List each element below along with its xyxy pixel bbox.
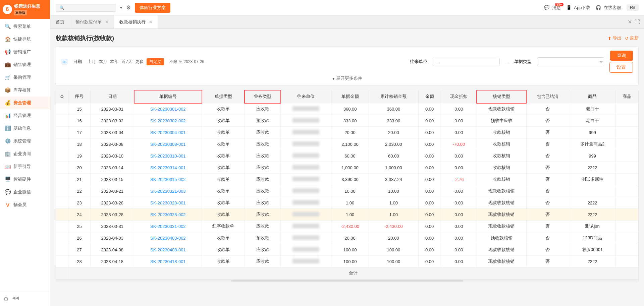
table-cell	[281, 256, 331, 267]
voucher-link[interactable]: SK-20230408-001	[150, 247, 186, 252]
table-cell: 19	[68, 150, 91, 162]
sidebar-item-purchase[interactable]: 🛒 采购管理	[0, 71, 50, 84]
table-cell[interactable]: SK-20230310-001	[134, 150, 202, 162]
dropdown-arrow[interactable]: ▾	[120, 5, 122, 10]
sidebar-item-inventory[interactable]: 📦 库存核算	[0, 84, 50, 97]
sidebar-item-wechat[interactable]: 💬 企业微信	[0, 186, 50, 198]
expand-more-button[interactable]: ▾ 展开更多条件	[332, 75, 362, 81]
table-cell	[616, 244, 638, 256]
voucher-link[interactable]: SK-20230310-001	[150, 154, 186, 159]
tab-receivable-close[interactable]: ✕	[149, 20, 152, 24]
sidebar-item-operations[interactable]: 📊 经营管理	[0, 109, 50, 122]
tab-prepay[interactable]: 预付款应付单 ✕	[70, 15, 114, 28]
enterprise-icon: 🏢	[5, 151, 11, 157]
sidebar-item-system[interactable]: ⚙️ 系统管理	[0, 135, 50, 147]
col-write-off-type: 核销类型	[477, 90, 526, 103]
scrollbar-track	[231, 280, 463, 282]
message-badge[interactable]: 💬 消息 99+	[544, 5, 561, 11]
column-settings-icon[interactable]: ⚙	[60, 94, 64, 99]
voucher-link[interactable]: SK-20230304-001	[150, 130, 186, 135]
table-cell: 否	[526, 232, 569, 244]
voucher-link[interactable]: SK-20230314-001	[150, 165, 186, 170]
filter-date-options: 上月 本月 本年 近7天 更多 自定义	[87, 58, 164, 65]
table-cell[interactable]: SK-20230403-002	[134, 232, 202, 244]
date-opt-last-month[interactable]: 上月	[87, 59, 96, 65]
sidebar-item-finance[interactable]: 💰 资金管理	[0, 97, 50, 109]
table-cell: 100.00	[331, 256, 369, 267]
date-opt-7days[interactable]: 近7天	[121, 59, 132, 65]
user-name[interactable]: Rit	[627, 4, 639, 11]
date-opt-this-month[interactable]: 本月	[99, 59, 107, 65]
table-cell: 360.00	[331, 103, 369, 115]
app-download[interactable]: 📱 App下载	[566, 5, 591, 11]
table-cell[interactable]: SK-20230331-002	[134, 221, 202, 232]
table-cell[interactable]: SK-20230315-002	[134, 174, 202, 185]
solution-button[interactable]: 体验行业方案	[135, 3, 170, 13]
sidebar-item-basic-info[interactable]: ℹ️ 基础信息	[0, 122, 50, 135]
sidebar-item-enterprise[interactable]: 🏢 企业协同	[0, 147, 50, 160]
sidebar-item-search[interactable]: 🔍 搜索菜单	[0, 20, 50, 33]
tab-prepay-close[interactable]: ✕	[105, 20, 108, 24]
filter-area: » 日期 上月 本月 本年 近7天 更多 自定义 不限 至 2023-07-26…	[56, 46, 639, 86]
table-cell[interactable]: SK-20230328-002	[134, 209, 202, 221]
filter-expand-row: ▾ 展开更多条件	[61, 75, 633, 81]
query-button[interactable]: 查询	[610, 51, 633, 61]
voucher-link[interactable]: SK-20230321-003	[150, 189, 186, 194]
voucher-link[interactable]: SK-20230331-002	[150, 224, 186, 229]
sidebar-item-member[interactable]: V 畅会员	[0, 198, 50, 211]
custom-date-btn[interactable]: 自定义	[147, 58, 164, 65]
sidebar: 6 畅康道好生意 标推版 🔍 搜索菜单 🏠 快捷导航 📢 营销推广 💼 销售管理…	[0, 0, 50, 306]
tab-receivable[interactable]: 收款核销执行 ✕	[114, 15, 158, 28]
top-search-box[interactable]: 🔍	[56, 4, 116, 12]
voucher-link[interactable]: SK-20230301-002	[150, 107, 186, 112]
date-opt-this-year[interactable]: 本年	[110, 59, 119, 65]
table-cell	[56, 244, 68, 256]
voucher-link[interactable]: SK-20230328-001	[150, 200, 186, 205]
table-cell: 0.00	[441, 127, 477, 138]
refresh-button[interactable]: ↺ 刷新	[625, 35, 639, 41]
tab-close-all-icon[interactable]: ✕	[628, 19, 632, 25]
table-cell[interactable]: SK-20230304-001	[134, 127, 202, 138]
tab-expand-icon[interactable]: ⛶	[635, 19, 640, 25]
table-cell[interactable]: SK-20230321-003	[134, 185, 202, 197]
table-cell[interactable]: SK-20230408-001	[134, 244, 202, 256]
export-button[interactable]: ⬆ 导出	[608, 35, 622, 41]
settings-button[interactable]: ⚙	[3, 295, 9, 303]
collapse-button[interactable]: ◀◀	[12, 295, 19, 303]
table-cell[interactable]: SK-20230302-002	[134, 115, 202, 127]
table-cell: 收款单	[202, 209, 245, 221]
sidebar-item-guide[interactable]: 📖 新手引导	[0, 160, 50, 173]
filter-settings-button[interactable]: 设置	[609, 62, 633, 73]
sidebar-item-hardware[interactable]: 🖥️ 智能硬件	[0, 173, 50, 186]
filter-action-btns: 查询 设置	[609, 51, 633, 73]
table-cell[interactable]: SK-20230328-001	[134, 197, 202, 209]
table-cell[interactable]: SK-20230418-001	[134, 256, 202, 267]
filter-expand-btn[interactable]: »	[61, 59, 68, 65]
table-cell: 0.00	[418, 103, 441, 115]
table-cell[interactable]: SK-20230314-001	[134, 162, 202, 174]
voucher-link[interactable]: SK-20230418-001	[150, 259, 186, 264]
voucher-link[interactable]: SK-20230328-002	[150, 212, 186, 217]
table-cell[interactable]: SK-20230301-002	[134, 103, 202, 115]
col-settings[interactable]: ⚙	[56, 90, 68, 103]
tab-home[interactable]: 首页	[50, 15, 70, 28]
message-count: 99+	[555, 3, 564, 6]
voucher-type-select[interactable]	[537, 57, 604, 66]
table-cell: 0.00	[418, 185, 441, 197]
sidebar-item-marketing[interactable]: 📢 营销推广	[0, 46, 50, 58]
voucher-link[interactable]: SK-20230308-001	[150, 142, 186, 147]
horizontal-scrollbar[interactable]	[56, 279, 638, 282]
voucher-link[interactable]: SK-20230315-002	[150, 177, 186, 182]
expand-label: 展开更多条件	[336, 75, 362, 81]
table-cell[interactable]: SK-20230308-001	[134, 138, 202, 150]
table-cell: 预收款	[245, 115, 280, 127]
voucher-link[interactable]: SK-20230302-002	[150, 118, 186, 123]
sidebar-item-sales[interactable]: 💼 销售管理	[0, 58, 50, 71]
date-opt-more[interactable]: 更多	[135, 59, 144, 65]
gear-icon[interactable]: ⚙	[126, 4, 131, 11]
voucher-link[interactable]: SK-20230403-002	[150, 236, 186, 241]
online-service[interactable]: 🎧 在线客服	[596, 5, 621, 11]
counterpart-input[interactable]	[433, 58, 500, 66]
table-cell: 0.00	[441, 162, 477, 174]
sidebar-item-quick-nav[interactable]: 🏠 快捷导航	[0, 33, 50, 46]
